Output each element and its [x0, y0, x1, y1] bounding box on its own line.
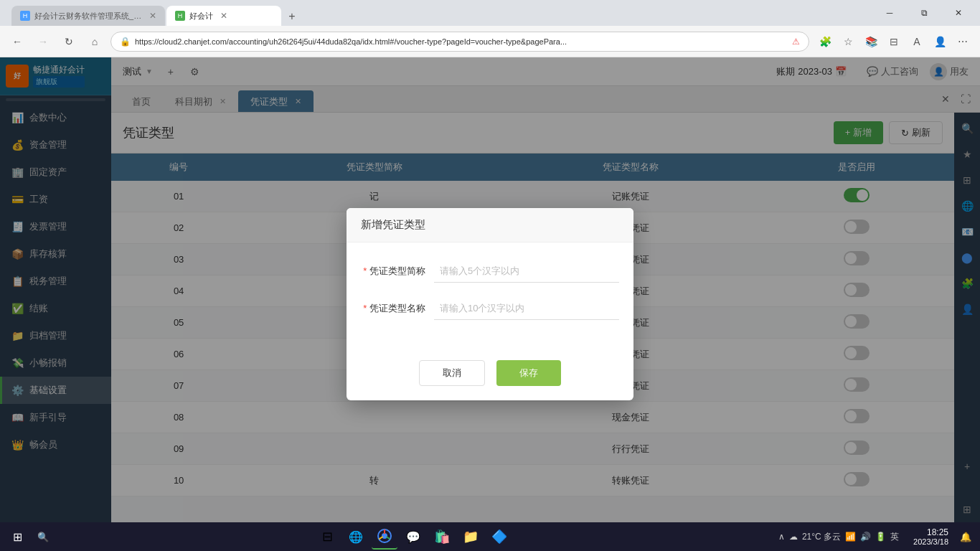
- reader-icon: ⚠: [792, 37, 800, 47]
- taskbar-apps: ⊟ 🌐 💬 🛍️ 📁 🔷: [57, 524, 770, 550]
- address-bar: ← → ↻ ⌂ 🔒 https://cloud2.chanjet.com/acc…: [0, 26, 980, 57]
- browser-chrome: H 好会计云财务软件管理系统_会计 ✕ H 好会计 ✕ + ─ ⧉ ✕ ← → …: [0, 0, 980, 57]
- address-text: https://cloud2.chanjet.com/accounting/uh…: [135, 37, 788, 46]
- tab-1-favicon: H: [20, 11, 30, 21]
- taskbar-date: 2023/3/18: [913, 537, 948, 546]
- modal-header: 新增凭证类型: [347, 208, 633, 242]
- tab-2-title: 好会计: [189, 11, 213, 22]
- full-name-input[interactable]: [434, 297, 619, 320]
- tray-wifi-icon: 📶: [845, 532, 856, 542]
- restore-button[interactable]: ⧉: [908, 3, 940, 23]
- more-tools-button[interactable]: ⋯: [953, 32, 973, 52]
- modal-title: 新增凭证类型: [361, 218, 425, 232]
- system-tray: ∧ ☁ 21°C 多云 📶 🔊 🔋 英: [773, 531, 905, 543]
- short-name-label: 凭证类型简称: [361, 265, 425, 278]
- tab-1-close[interactable]: ✕: [149, 11, 156, 21]
- save-button[interactable]: 保存: [496, 360, 561, 386]
- svg-point-1: [382, 533, 387, 539]
- cancel-button[interactable]: 取消: [419, 360, 485, 386]
- start-button[interactable]: ⊞: [6, 525, 29, 548]
- forward-button[interactable]: →: [33, 32, 53, 52]
- taskbar-edge2[interactable]: 🔷: [486, 524, 512, 550]
- browser-tab-2[interactable]: H 好会计 ✕: [166, 6, 281, 26]
- tray-battery-icon: 🔋: [875, 532, 886, 542]
- new-tab-button[interactable]: +: [283, 7, 301, 26]
- minimize-button[interactable]: ─: [874, 3, 905, 23]
- tray-up-arrow[interactable]: ∧: [778, 532, 785, 542]
- taskbar-time: 18:25: [927, 527, 948, 537]
- collections-button[interactable]: 📚: [861, 32, 881, 52]
- tab-1-title: 好会计云财务软件管理系统_会计: [34, 11, 142, 22]
- full-name-field: 凭证类型名称: [361, 297, 619, 320]
- address-input-container[interactable]: 🔒 https://cloud2.chanjet.com/accounting/…: [110, 32, 809, 52]
- back-button[interactable]: ←: [7, 32, 27, 52]
- taskbar-edge[interactable]: 🌐: [343, 524, 369, 550]
- taskbar-search-button[interactable]: 🔍: [32, 525, 55, 548]
- modal-overlay: 新增凭证类型 凭证类型简称 凭证类型名称 取消 保存: [0, 57, 980, 551]
- full-name-label: 凭证类型名称: [361, 302, 425, 315]
- browser-tools: 🧩 ☆ 📚 ⊟ A 👤 ⋯: [815, 32, 973, 52]
- short-name-input[interactable]: [434, 260, 619, 283]
- taskbar-store[interactable]: 🛍️: [429, 524, 455, 550]
- close-button[interactable]: ✕: [943, 3, 974, 23]
- tab-2-favicon: H: [175, 11, 185, 21]
- taskbar-task-view[interactable]: ⊟: [314, 524, 340, 550]
- extensions-button[interactable]: 🧩: [815, 32, 835, 52]
- refresh-button[interactable]: ↻: [59, 32, 79, 52]
- tab-bar: H 好会计云财务软件管理系统_会计 ✕ H 好会计 ✕ + ─ ⧉ ✕: [0, 0, 980, 26]
- short-name-field: 凭证类型简称: [361, 260, 619, 283]
- notification-button[interactable]: 🔔: [957, 532, 974, 542]
- modal-footer: 取消 保存: [347, 352, 633, 400]
- tray-weather: ☁: [789, 532, 798, 542]
- add-voucher-type-modal: 新增凭证类型 凭证类型简称 凭证类型名称 取消 保存: [347, 208, 633, 400]
- window-controls: ─ ⧉ ✕: [874, 3, 974, 23]
- browser-tab-1[interactable]: H 好会计云财务软件管理系统_会计 ✕: [11, 6, 165, 26]
- tab-2-close[interactable]: ✕: [220, 11, 227, 21]
- tabs-container: H 好会计云财务软件管理系统_会计 ✕ H 好会计 ✕ +: [11, 0, 868, 26]
- taskbar-chrome[interactable]: [372, 524, 397, 550]
- modal-body: 凭证类型简称 凭证类型名称: [347, 242, 633, 352]
- taskbar-wechat[interactable]: 💬: [400, 524, 426, 550]
- home-button[interactable]: ⌂: [85, 32, 105, 52]
- tray-sound-icon[interactable]: 🔊: [860, 532, 871, 542]
- profile-button[interactable]: 👤: [930, 32, 950, 52]
- favorites-button[interactable]: ☆: [838, 32, 858, 52]
- reading-view-button[interactable]: A: [907, 32, 927, 52]
- tray-lang[interactable]: 英: [890, 531, 899, 543]
- taskbar-time-area[interactable]: 18:25 2023/3/18: [908, 527, 954, 546]
- taskbar: ⊞ 🔍 ⊟ 🌐 💬 🛍️ 📁 🔷 ∧ ☁ 21°C 多云 📶 🔊 🔋 英 18:…: [0, 522, 980, 551]
- tray-temp-label: 21°C 多云: [802, 531, 841, 543]
- lock-icon: 🔒: [120, 37, 131, 47]
- split-screen-button[interactable]: ⊟: [884, 32, 904, 52]
- taskbar-files[interactable]: 📁: [458, 524, 484, 550]
